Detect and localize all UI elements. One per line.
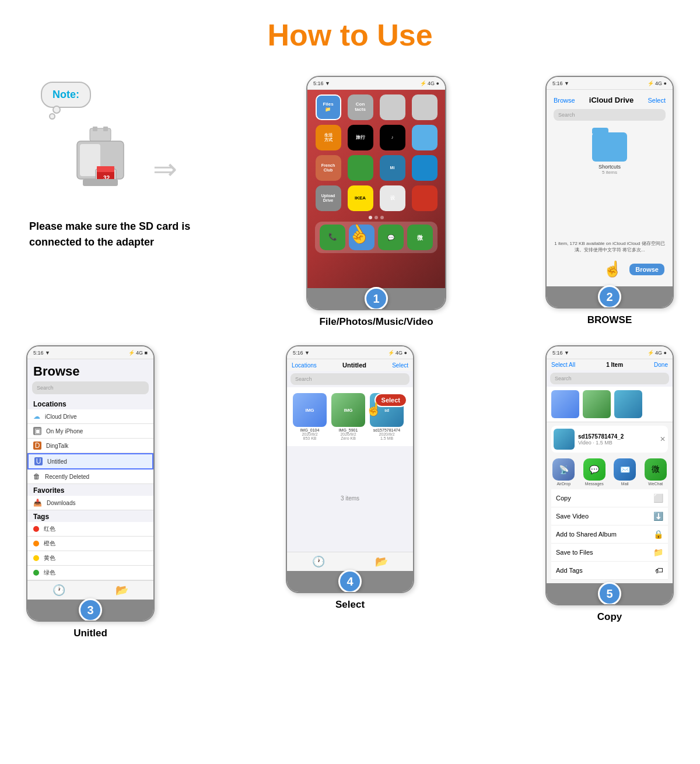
tag-yellow[interactable]: 黄色 [27,551,153,566]
nav-recent-4[interactable]: 🕐 [312,555,325,568]
finger-step3: ☝️ [152,464,155,480]
step4-select[interactable]: Select [392,362,408,369]
share-mail[interactable]: ✉️ Mail [614,458,636,486]
app-7 [348,155,373,181]
action-save-video[interactable]: Save Video ⬇️ [551,507,668,525]
step2-phone: 5:16 ▼ ⚡ 4G ● Browse iCloud Drive Select… [545,76,674,309]
browse-title: Browse [27,359,153,381]
share-sheet: sd1575781474_2 Video · 1.5 MB ✕ 📡 AirDro… [547,422,673,583]
svg-rect-9 [83,179,118,186]
step4-nav-bar: 🕐 📂 [287,552,413,571]
tag-orange-dot [33,541,39,546]
step3-search[interactable]: Search [32,381,149,394]
browse-icloud[interactable]: ☁ iCloud Drive [27,409,153,424]
app-9 [412,155,438,181]
wechat-icon: 微 [645,458,667,481]
nav-browse-4[interactable]: 📂 [375,555,388,568]
step4-container: 5:16 ▼ ⚡ 4G ● Locations Untitled Select … [283,345,417,611]
copy-icon: ⬜ [653,493,663,503]
app-8: Mi [380,155,405,181]
messages-icon: 💬 [583,458,606,481]
app-tiktok: ♪ [380,125,405,150]
svg-rect-7 [97,166,114,172]
action-copy[interactable]: Copy ⬜ [551,489,668,507]
adapter-note-text: Please make sure the SD card is connecte… [23,219,210,250]
step3-container: 5:16 ▼ ⚡ 4G ■ Browse Search Locations ☁ … [23,345,158,639]
trash-icon: 🗑 [33,472,40,481]
step4-bottom-bar: 4 [287,571,413,592]
arrow-right: ⇒ [153,155,177,184]
step4-phone: 5:16 ▼ ⚡ 4G ● Locations Untitled Select … [286,345,414,593]
tag-red[interactable]: 红色 [27,522,153,537]
page-title: How to Use [23,12,677,58]
dock-phone[interactable]: 📞 [320,225,345,250]
browse-downloads[interactable]: 📥 Downloads [27,496,153,510]
app-1 [380,94,405,120]
share-messages[interactable]: 💬 Messages [583,458,606,486]
action-save-files[interactable]: Save to Files 📁 [551,544,668,562]
step2-content: Browse iCloud Drive Select Search Shortc… [547,90,673,286]
left-section: Note: [23,76,210,250]
tag-red-dot [33,526,39,532]
app-3: 生活方式 [316,125,341,150]
svg-rect-2 [103,127,108,131]
step4-search[interactable]: Search [290,373,410,385]
app-13 [412,185,438,211]
icloud-select[interactable]: Select [648,97,666,104]
icloud-back[interactable]: Browse [554,97,575,104]
step4-title: Untitled [342,362,366,369]
step1-phone: 5:16 ▼ ⚡ 4G ● Files📁 Contacts 生活方式 旅行 ♪ [306,76,446,310]
step4-back[interactable]: Locations [292,362,317,369]
app-4: 旅行 [348,125,373,150]
iphone-icon: ▣ [33,427,41,435]
step5-container: 5:16 ▼ ⚡ 4G ● Select All 1 Item Done Sea… [542,345,677,623]
browse-untitled[interactable]: U Untitled ☝️ [27,453,153,469]
dock-messages[interactable]: 💬 [378,225,404,250]
step1-container: 5:16 ▼ ⚡ 4G ● Files📁 Contacts 生活方式 旅行 ♪ [309,76,443,328]
folder-icon [592,132,627,162]
favorites-header: Favorites [27,484,153,496]
app-10: UploadDrive [316,185,341,211]
step5-status-bar: 5:16 ▼ ⚡ 4G ● [547,346,673,359]
share-airdrop[interactable]: 📡 AirDrop [552,458,575,486]
share-close[interactable]: ✕ [660,435,666,443]
step2-badge: 2 [598,285,621,309]
shortcuts-folder: Shortcuts 5 items [589,132,630,175]
browse-deleted[interactable]: 🗑 Recently Deleted [27,469,153,484]
dock-wechat[interactable]: 微 [407,225,433,250]
step1-bottom-bar: 1 [307,288,445,309]
file-thumb-1: IMG [293,393,327,427]
browse-dingtalk[interactable]: D DingTalk [27,439,153,453]
step3-badge: 3 [79,598,102,622]
step1-label: File/Photos/Music/Video [319,316,433,328]
action-shared-album[interactable]: Add to Shared Album 🔒 [551,525,668,544]
step3-nav-bar: 🕐 📂 [27,580,153,600]
share-file-type: Video · 1.5 MB [578,440,624,446]
file-item-2[interactable]: IMG IMG_5901 2026/8/2 Zero KB [331,393,365,440]
share-wechat[interactable]: 微 WeChat [645,458,667,486]
tag-green[interactable]: 绿色 [27,566,153,580]
nav-recent[interactable]: 🕐 [52,584,65,597]
step2-search[interactable]: Search [554,109,666,121]
step4-nav: Locations Untitled Select [287,359,413,371]
nav-browse[interactable]: 📂 [116,584,128,597]
downloads-icon: 📥 [33,499,42,507]
copy-thumb-3 [614,390,642,418]
app-contacts[interactable]: Contacts [348,94,373,120]
done-button[interactable]: Done [654,362,668,368]
tag-orange[interactable]: 橙色 [27,537,153,551]
action-add-tags[interactable]: Add Tags 🏷 [551,562,668,580]
airdrop-icon: 📡 [552,458,575,481]
step5-phone: 5:16 ▼ ⚡ 4G ● Select All 1 Item Done Sea… [545,345,674,605]
tag-green-dot [33,570,39,576]
app-6: FrenchClub [316,155,341,181]
select-all[interactable]: Select All [551,362,575,368]
step5-bottom-bar: 5 [547,583,673,604]
file-item-1[interactable]: IMG IMG_0104 2020/8/2 853 KB [293,393,327,440]
app-files[interactable]: Files📁 [316,94,341,120]
browse-button[interactable]: Browse [629,264,664,275]
dingtalk-icon: D [33,441,41,450]
step5-thumbs [547,387,673,422]
browse-iphone[interactable]: ▣ On My iPhone [27,424,153,439]
step5-search[interactable]: Search [550,373,669,384]
